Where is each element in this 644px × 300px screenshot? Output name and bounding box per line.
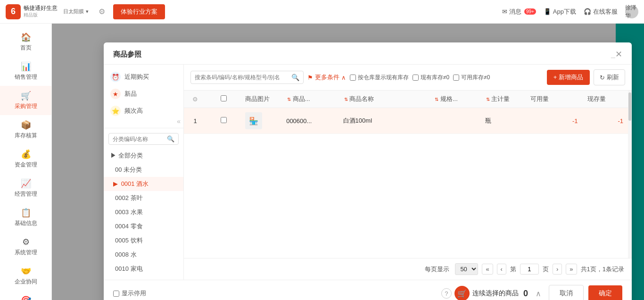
nav-right: ✉ 消息 99+ 📱 App下载 🎧 在线客服 徐泽华 xyxy=(502,5,638,18)
help-icon[interactable]: ? xyxy=(441,288,452,299)
th-unit[interactable]: ⇅ 主计量 xyxy=(480,91,526,108)
cat-expand-icon: ▶ xyxy=(110,152,118,159)
table-row[interactable]: 1 🏪 00 xyxy=(184,108,628,134)
cat-beverage[interactable]: 0005 饮料 xyxy=(104,233,183,248)
quick-item-recent[interactable]: ⏰ 近期购买 xyxy=(104,68,183,85)
confirm-button[interactable]: 确定 xyxy=(588,285,622,300)
gear-icon[interactable]: ⚙ xyxy=(94,4,109,19)
select-all-checkbox[interactable] xyxy=(221,95,227,101)
page-size-select[interactable]: 50 xyxy=(455,263,478,275)
th-checkbox xyxy=(206,91,240,108)
product-reference-modal: 商品参照 _ ✕ ⏰ 近期购买 ★ 新品 xyxy=(104,42,632,300)
first-page-button[interactable]: « xyxy=(482,264,493,275)
last-page-button[interactable]: » xyxy=(566,264,577,275)
refresh-button[interactable]: ↻ 刷新 xyxy=(594,69,625,85)
next-page-button[interactable]: › xyxy=(553,264,562,275)
show-disabled-label[interactable]: 显示停用 xyxy=(113,289,146,298)
row-code: 000600... xyxy=(281,108,338,134)
messages-item[interactable]: ✉ 消息 99+ xyxy=(502,8,536,16)
guide-icon: 🎯 xyxy=(21,295,31,300)
row-name: 白酒100ml xyxy=(339,108,429,134)
sidebar-item-system[interactable]: ⚙ 系统管理 xyxy=(0,232,51,261)
cat-search-icon[interactable]: 🔍 xyxy=(167,135,174,142)
cat-panel-collapse-icon[interactable]: « xyxy=(177,117,181,125)
search-icon[interactable]: 🔍 xyxy=(291,74,299,81)
row-checkbox[interactable] xyxy=(206,108,240,134)
modal-close-icon[interactable]: ✕ xyxy=(615,49,622,59)
sort-unit-icon: ⇅ xyxy=(486,97,490,102)
management-icon: 📈 xyxy=(21,178,31,189)
cancel-button[interactable]: 取消 xyxy=(549,285,584,300)
sidebar-item-basic-info[interactable]: 📋 基础信息 xyxy=(0,203,51,232)
sidebar-item-management[interactable]: 📈 经营管理 xyxy=(0,174,51,203)
row-img: 🏪 xyxy=(240,108,281,134)
show-disabled-checkbox[interactable] xyxy=(113,291,119,297)
quick-item-freq[interactable]: ⭐ 频次高 xyxy=(104,102,183,119)
row-stock: -1 xyxy=(583,108,628,134)
product-search-input[interactable] xyxy=(195,74,289,81)
th-code[interactable]: ⇅ 商品... xyxy=(281,91,338,108)
th-spec[interactable]: ⇅ 规格... xyxy=(429,91,480,108)
top-nav: 6 畅捷通好生意 精品版 日太阳膜 ▾ ⚙ 体验行业方案 ✉ 消息 99+ 📱 … xyxy=(0,0,644,24)
sort-name-icon: ⇅ xyxy=(344,97,348,102)
app-download-item[interactable]: 📱 App下载 xyxy=(544,8,576,16)
checkbox-current-stock[interactable]: 现有库存≠0 xyxy=(413,74,449,82)
filter-arrow-icon: ∧ xyxy=(341,74,346,81)
th-num: ⚙ xyxy=(184,91,206,108)
cat-divider xyxy=(104,128,183,128)
settings-table-icon[interactable]: ⚙ xyxy=(192,96,198,103)
cat-all[interactable]: ▶ 全部分类 xyxy=(104,149,183,163)
sidebar-item-finance[interactable]: 💰 资金管理 xyxy=(0,144,51,174)
sidebar-item-purchase[interactable]: 🛒 采购管理 xyxy=(0,86,51,115)
th-name[interactable]: ⇅ 商品名称 xyxy=(339,91,429,108)
cat-liquor[interactable]: ▶ 0001 酒水 xyxy=(104,177,183,191)
th-avail: 可用量 xyxy=(526,91,582,108)
cart-count: 0 xyxy=(523,289,528,299)
cart-icon-button[interactable]: 🛒 xyxy=(454,286,470,300)
cat-fruit[interactable]: 0003 水果 xyxy=(104,205,183,219)
cart-collapse-icon[interactable]: ∧ xyxy=(533,288,544,299)
continuous-select-label: 连续选择的商品 xyxy=(472,289,519,298)
trial-button[interactable]: 体验行业方案 xyxy=(113,4,165,19)
filter-icon: ⚑ xyxy=(307,74,313,81)
prev-page-button[interactable]: ‹ xyxy=(497,264,506,275)
th-img: 商品图片 xyxy=(240,91,281,108)
table-toolbar: 🔍 ⚑ 更多条件 ∧ 按仓库显示现有库存 xyxy=(184,65,632,91)
cat-tea[interactable]: 0002 茶叶 xyxy=(104,191,183,205)
sidebar-item-enterprise[interactable]: 🤝 企业协同 xyxy=(0,261,51,291)
sidebar-item-home[interactable]: 🏠 首页 xyxy=(0,27,51,57)
sidebar-item-inventory[interactable]: 📦 库存核算 xyxy=(0,115,51,144)
footer-cart-area: ? 🛒 连续选择的商品 0 ∧ xyxy=(441,286,544,300)
nav-dropdown-branch[interactable]: 日太阳膜 ▾ xyxy=(58,0,94,23)
finance-icon: 💰 xyxy=(21,149,31,159)
online-service-item[interactable]: 🎧 在线客服 xyxy=(584,8,618,16)
product-search-box[interactable]: 🔍 xyxy=(190,71,304,84)
table-scrollbar[interactable] xyxy=(628,91,632,258)
message-icon: ✉ xyxy=(502,8,507,15)
page-unit: 页 xyxy=(543,265,549,274)
cat-search-box[interactable]: 🔍 xyxy=(108,133,179,145)
logo-area: 6 畅捷通好生意 精品版 xyxy=(6,4,58,19)
sidebar-item-guide[interactable]: 🎯 新手引导 xyxy=(0,291,51,300)
sidebar-item-sales[interactable]: 📊 销售管理 xyxy=(0,57,51,86)
scrollbar-thumb[interactable] xyxy=(628,92,631,121)
quick-item-new[interactable]: ★ 新品 xyxy=(104,85,183,102)
cat-snack[interactable]: 0004 零食 xyxy=(104,219,183,233)
user-avatar[interactable]: 徐泽华 xyxy=(625,5,638,18)
table-scroll-inner: ⚙ 商品图片 xyxy=(184,91,628,258)
modal-collapse-icon[interactable]: _ xyxy=(611,50,615,58)
cat-appliance[interactable]: 0010 家电 xyxy=(104,262,183,276)
logo-text: 畅捷通好生意 xyxy=(24,5,58,12)
table-panel: 🔍 ⚑ 更多条件 ∧ 按仓库显示现有库存 xyxy=(184,65,632,280)
cat-water[interactable]: 0008 水 xyxy=(104,248,183,262)
filter-button[interactable]: ⚑ 更多条件 ∧ xyxy=(307,73,346,82)
cat-unclassified[interactable]: 00 未分类 xyxy=(104,163,183,177)
checkbox-available-stock[interactable]: 可用库存≠0 xyxy=(453,74,490,82)
new-icon: ★ xyxy=(110,89,121,99)
system-icon: ⚙ xyxy=(22,237,30,247)
checkbox-warehouse-stock[interactable]: 按仓库显示现有库存 xyxy=(350,74,409,82)
new-product-button[interactable]: + 新增商品 xyxy=(547,70,590,85)
cat-search-input[interactable] xyxy=(113,136,165,142)
row-unit: 瓶 xyxy=(480,108,526,134)
current-page-input[interactable] xyxy=(520,264,539,275)
